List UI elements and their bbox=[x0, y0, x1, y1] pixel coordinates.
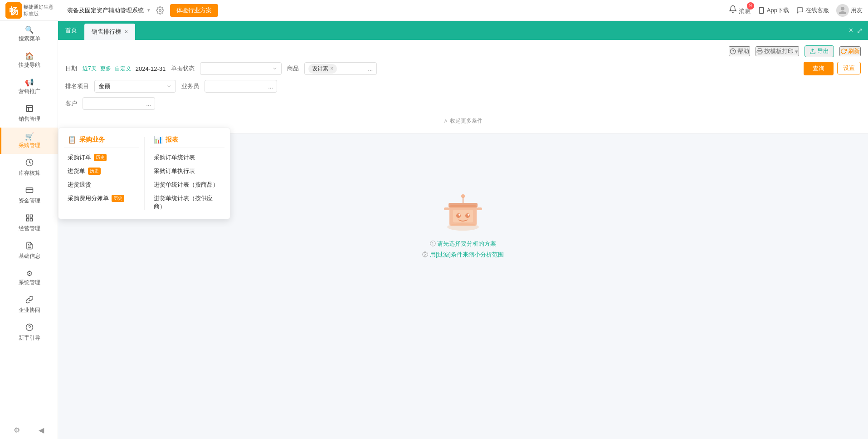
purchase-report-title: 📊 报表 bbox=[150, 133, 225, 148]
menu-item-purchase-order-exec[interactable]: 采购订单执行表 bbox=[150, 164, 225, 178]
purchase-expense-label: 采购费用分摊单 bbox=[68, 194, 109, 202]
sidebar-item-marketing[interactable]: 📢 营销推广 bbox=[0, 74, 58, 100]
svg-point-30 bbox=[468, 214, 469, 216]
refresh-btn[interactable]: 刷新 bbox=[839, 46, 861, 56]
system-dropdown-arrow[interactable]: ▾ bbox=[147, 7, 150, 13]
bill-status-label: 单据状态 bbox=[171, 64, 195, 73]
sidebar-item-enterprise[interactable]: 企业协同 bbox=[0, 291, 58, 319]
purchase-dropdown-menu: 📋 采购业务 采购订单 历史 进货单 历史 进货退货 bbox=[58, 128, 230, 219]
sidebar-label-inventory: 库存核算 bbox=[19, 169, 40, 177]
sidebar-label-purchase: 采购管理 bbox=[19, 142, 40, 149]
svg-rect-13 bbox=[30, 219, 33, 221]
notification-count: 9 bbox=[747, 2, 754, 10]
goods-tag: 设计素 × bbox=[308, 64, 337, 74]
system-title: 装备及固定资产辅助管理系统 bbox=[67, 6, 144, 15]
settings-btn[interactable]: 设置 bbox=[837, 62, 861, 74]
export-btn[interactable]: 导出 bbox=[805, 45, 834, 57]
goods-label: 商品 bbox=[287, 64, 299, 73]
sidebar-bottom: ⚙ ◀ bbox=[0, 421, 58, 439]
sidebar-label-marketing: 营销推广 bbox=[19, 88, 40, 95]
svg-text:畅: 畅 bbox=[9, 6, 18, 16]
help-btn[interactable]: 帮助 bbox=[729, 46, 750, 56]
operations-icon bbox=[25, 214, 34, 224]
hist-badge-stock-in: 历史 bbox=[88, 168, 101, 175]
menu-item-stock-stats-supplier[interactable]: 进货单统计表（按供应商） bbox=[150, 192, 225, 213]
avatar bbox=[836, 4, 849, 17]
purchase-report-col: 📊 报表 采购订单统计表 采购订单执行表 进货单统计表（按商品） bbox=[145, 133, 230, 213]
inventory-icon bbox=[25, 158, 34, 168]
rank-item-select[interactable]: 金额 bbox=[94, 80, 176, 93]
menu-item-purchase-order[interactable]: 采购订单 历史 bbox=[64, 151, 139, 164]
empty-illustration bbox=[436, 187, 490, 232]
app-download-btn[interactable]: App下载 bbox=[758, 6, 789, 15]
sidebar-item-inventory[interactable]: 库存核算 bbox=[0, 154, 58, 182]
tab-home[interactable]: 首页 bbox=[58, 21, 84, 40]
goods-select[interactable]: 设计素 × ... bbox=[304, 62, 377, 75]
svg-rect-33 bbox=[444, 207, 449, 210]
customer-label: 客户 bbox=[65, 99, 77, 108]
query-btn[interactable]: 查询 bbox=[804, 62, 834, 75]
sidebar-label-search: 搜索菜单 bbox=[19, 35, 40, 43]
sidebar-item-beginner[interactable]: 新手引导 bbox=[0, 319, 58, 346]
svg-point-2 bbox=[159, 9, 161, 11]
svg-rect-34 bbox=[477, 207, 482, 210]
hist-badge-expense: 历史 bbox=[112, 195, 124, 202]
tab-sales-rank[interactable]: 销售排行榜 × bbox=[84, 24, 135, 40]
tab-bar-right: × ⤢ bbox=[849, 26, 868, 35]
empty-line2: ② 用[过滤]条件来缩小分析范围 bbox=[422, 251, 504, 259]
sales-icon bbox=[25, 104, 34, 114]
stock-stats-goods-label: 进货单统计表（按商品） bbox=[154, 181, 219, 189]
print-btn[interactable]: 按模板打印 ▾ bbox=[756, 46, 799, 56]
menu-item-stock-in[interactable]: 进货单 历史 bbox=[64, 164, 139, 178]
goods-tag-close[interactable]: × bbox=[330, 65, 333, 72]
tab-home-label: 首页 bbox=[65, 26, 77, 35]
sidebar-item-purchase[interactable]: 🛒 采购管理 📋 采购业务 采购订单 历史 进货单 bbox=[0, 128, 58, 154]
sidebar-item-basic-info[interactable]: 基础信息 bbox=[0, 237, 58, 265]
sidebar-settings-btn[interactable]: ⚙ bbox=[14, 426, 20, 434]
sidebar-collapse-btn[interactable]: ◀ bbox=[39, 426, 44, 434]
purchase-biz-title: 📋 采购业务 bbox=[64, 133, 139, 148]
menu-item-purchase-expense[interactable]: 采购费用分摊单 历史 bbox=[64, 192, 139, 205]
sidebar-item-sales[interactable]: 销售管理 bbox=[0, 100, 58, 128]
tab-sales-rank-label: 销售排行榜 bbox=[92, 28, 121, 36]
tab-close-icon[interactable]: × bbox=[125, 29, 128, 35]
sidebar-item-finance[interactable]: 资金管理 bbox=[0, 182, 58, 209]
tab-fullscreen-btn[interactable]: ⤢ bbox=[857, 26, 863, 35]
sidebar-item-quick-nav[interactable]: 🏠 快捷导航 bbox=[0, 47, 58, 74]
sidebar-label-enterprise: 企业协同 bbox=[19, 306, 40, 314]
online-service-label: 在线客服 bbox=[805, 6, 829, 15]
user-area[interactable]: 用友 bbox=[836, 4, 863, 17]
salesperson-label: 业务员 bbox=[181, 82, 199, 90]
menu-item-purchase-order-stats[interactable]: 采购订单统计表 bbox=[150, 151, 225, 164]
sidebar-item-operations[interactable]: 经营管理 bbox=[0, 209, 58, 237]
home-icon: 🏠 bbox=[25, 52, 34, 60]
menu-item-stock-return[interactable]: 进货退货 bbox=[64, 178, 139, 192]
empty-line1: ① 请先选择要分析的方案 bbox=[430, 240, 497, 248]
help-label: 帮助 bbox=[737, 47, 749, 55]
notification-btn[interactable]: 消息 9 bbox=[729, 5, 751, 15]
tab-close-btn[interactable]: × bbox=[849, 26, 853, 35]
svg-rect-11 bbox=[26, 215, 29, 217]
empty-bullet2: ② bbox=[422, 251, 430, 258]
salesperson-select[interactable]: ... bbox=[205, 80, 277, 93]
industry-btn[interactable]: 体验行业方案 bbox=[170, 4, 218, 17]
sidebar-item-search[interactable]: 🔍 搜索菜单 bbox=[0, 21, 58, 47]
date-quick-7days[interactable]: 近7天 bbox=[83, 65, 97, 73]
app-download-label: App下载 bbox=[767, 6, 789, 15]
date-more[interactable]: 更多 bbox=[100, 65, 111, 73]
content-area: 首页 销售排行榜 × × ⤢ bbox=[58, 21, 868, 439]
online-service-btn[interactable]: 在线客服 bbox=[796, 6, 829, 15]
sidebar: 🔍 搜索菜单 🏠 快捷导航 📢 营销推广 销售管理 🛒 采购管理 bbox=[0, 21, 58, 439]
customer-select[interactable]: ... bbox=[83, 97, 155, 110]
menu-item-stock-stats-goods[interactable]: 进货单统计表（按商品） bbox=[150, 178, 225, 192]
bill-status-select[interactable] bbox=[200, 62, 282, 75]
collapse-btn[interactable]: ∧ 收起更多条件 bbox=[65, 114, 861, 128]
date-custom[interactable]: 自定义 bbox=[115, 65, 131, 73]
sidebar-label-quick-nav: 快捷导航 bbox=[19, 61, 40, 69]
rank-item-label: 排名项目 bbox=[65, 82, 89, 90]
enterprise-icon bbox=[25, 296, 34, 306]
sidebar-item-system[interactable]: ⚙ 系统管理 bbox=[0, 265, 58, 291]
stock-return-label: 进货退货 bbox=[68, 181, 91, 189]
date-end: 2024-12-31 bbox=[136, 65, 166, 72]
settings-icon-btn[interactable] bbox=[154, 4, 166, 17]
